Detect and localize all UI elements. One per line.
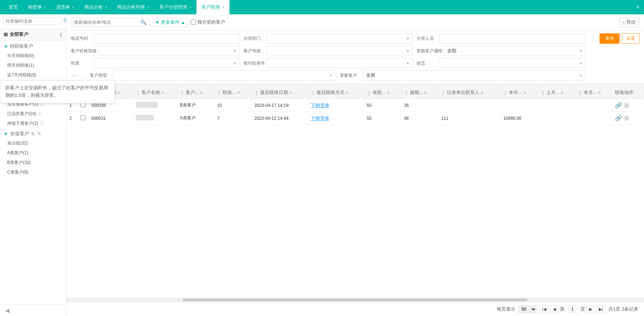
main-search-wrap: 🔍 (71, 18, 150, 27)
filter-phone-input[interactable] (94, 34, 240, 44)
th-this-year[interactable]: ⋮ 本年... ⇅ (500, 86, 538, 99)
value-customers-group[interactable]: ▼ 价值客户 ↻ ✎ (0, 128, 66, 138)
filter-more-icon[interactable]: ··· (71, 72, 79, 79)
last-method-link-2[interactable]: 下销货单 (311, 115, 329, 121)
filter-customer-level-select[interactable]: ▼ (267, 46, 413, 56)
edit-icon[interactable]: ✎ (37, 131, 41, 137)
price-level-arrow: ▼ (233, 49, 237, 53)
last-method-link-1[interactable]: 下销货单 (311, 103, 329, 108)
nav-purchase[interactable]: 进货单 × (51, 0, 79, 14)
value-group-tri: ▼ (4, 131, 8, 137)
filter-retail-customer-select[interactable]: 全部 ▼ (363, 70, 586, 80)
filter-nature: 性质 ▼ (71, 58, 240, 68)
sidebar-bottom-nav: ◀ (0, 305, 66, 316)
td-uncontact-2: 55 (363, 112, 401, 125)
td-code-2: 000031 (88, 112, 133, 125)
sort-icon-type: ⋮ (180, 90, 185, 95)
action-grid-icon-1[interactable]: ⊞ (624, 102, 629, 109)
filter-price-level-select[interactable]: ▼ (98, 46, 240, 56)
sidebar-collapse-icon[interactable]: ❮ (59, 32, 62, 37)
nav-product-list[interactable]: 商品分析列表 × (112, 0, 154, 14)
scrollbar-thumb[interactable] (183, 298, 528, 301)
sort-icon-thismonth: ⋮ (578, 90, 583, 95)
sidebar-left-arrow[interactable]: ◀ (4, 307, 11, 314)
th-name[interactable]: ⋮ 客户名称 ⇅ (133, 86, 177, 99)
th-overdue[interactable]: ⋮ 逾期... ⇅ (401, 86, 438, 99)
sidebar-item-c-class[interactable]: C类客户(6) (0, 168, 66, 177)
refresh-icon[interactable]: ↻ (31, 131, 35, 137)
data-table: ⚙ ⋮ 客户编码 ⇅ (66, 86, 644, 125)
nav-product-list-close[interactable]: × (147, 5, 149, 9)
th-last-date[interactable]: ⋮ 最后联络日期 ⇅ (251, 86, 307, 99)
query-button[interactable]: 查询 (599, 33, 620, 44)
nav-customer-tier[interactable]: 客户分层经营 × (154, 0, 196, 14)
horizontal-scrollbar[interactable] (66, 298, 644, 302)
filter-person-select[interactable]: ··· (440, 34, 586, 44)
my-customers-checkbox[interactable] (191, 20, 196, 25)
th-this-month[interactable]: ⋮ 本月... ⇅ (575, 86, 612, 99)
close-all-button[interactable]: × (636, 4, 640, 11)
all-customers-header[interactable]: ⊞ 全部客户 ❮ (0, 28, 66, 41)
sidebar-item-7days[interactable]: 近7天待联络(0) (0, 70, 66, 80)
pagination-bar: 每页显示 50 20 100 |◀ ◀ 第 页 ▶ ▶| 共1页 2条记录 (66, 302, 644, 316)
nav-home[interactable]: 首页 (4, 0, 23, 14)
filter-retail-attr-select[interactable]: 全部 ▼ (444, 46, 586, 56)
sidebar-item-churned[interactable]: 已流失客户(24) ⓘ (0, 109, 66, 119)
next-page-btn[interactable]: ▶ (587, 306, 595, 313)
nav-sales[interactable]: 销货单 × (23, 0, 51, 14)
main-search-input[interactable] (74, 20, 140, 25)
nav-customer-tier-close[interactable]: × (189, 5, 191, 9)
th-contact2[interactable]: ⋮ 往来单位联系人 ⇅ (438, 86, 500, 99)
nav-product-analysis[interactable]: 商品分析 × (79, 0, 112, 14)
td-thisyear-2: 10995.00 (500, 112, 538, 125)
sidebar-search-icon[interactable]: 🔍 (63, 18, 66, 24)
filter-payment-select[interactable]: ▼ (267, 58, 413, 68)
first-page-btn[interactable]: |◀ (539, 306, 549, 313)
more-filters-btn[interactable]: ▼ 更多条件 ▲ (153, 18, 188, 27)
nav-purchase-close[interactable]: × (72, 5, 74, 9)
action-link-icon-2[interactable]: 🔗 (615, 115, 622, 122)
nav-sales-close[interactable]: × (44, 5, 46, 9)
th-uncontact[interactable]: ⋮ 未联... ⇅ (363, 86, 401, 99)
page-input[interactable] (566, 306, 579, 313)
th-last-method[interactable]: ⋮ 最后联络方式 ⇅ (307, 86, 363, 99)
row-checkbox-2[interactable] (80, 115, 85, 120)
th-actions: 联络动作 (612, 86, 644, 99)
nav-product-analysis-close[interactable]: × (105, 5, 107, 9)
nav-customer-contact-close[interactable]: × (222, 5, 224, 9)
td-thisyear-1 (500, 99, 538, 112)
settings-button[interactable]: 设置 (622, 33, 640, 44)
nav-customer-contact[interactable]: 客户联络 × (196, 0, 229, 14)
my-customers-checkbox-label[interactable]: 我分管的客户 (191, 19, 225, 25)
action-grid-icon-2[interactable]: ⊞ (624, 115, 629, 122)
td-lastmonth-1 (538, 99, 575, 112)
pending-contact-group[interactable]: ▼ 待联络客户 (0, 41, 66, 51)
sidebar-item-tomorrow[interactable]: 明天待联络(1) (0, 61, 66, 70)
filter-retail-attr: 零散客户属性 全部 ▼ (417, 46, 586, 56)
sidebar-item-a-class[interactable]: A类客户(1) (0, 148, 66, 158)
td-thismonth-1 (575, 99, 612, 112)
sidebar-item-ungrouped[interactable]: 未分组(32) (0, 138, 66, 148)
prev-page-btn[interactable]: ◀ (550, 306, 559, 313)
th-contact-count[interactable]: ⋮ 联络... ⇅ (214, 86, 251, 99)
sidebar-item-today[interactable]: 今天待联络(0) (0, 51, 66, 61)
sidebar-search-input[interactable] (3, 17, 62, 25)
filter-dept-select[interactable]: ▼ (267, 34, 413, 44)
last-page-btn[interactable]: ▶| (596, 306, 606, 313)
filter-status-select[interactable]: ▼ (440, 58, 586, 68)
filter-customer-type-select[interactable]: ▼ (113, 70, 336, 80)
per-page-select[interactable]: 50 20 100 (518, 305, 537, 313)
sort-arrow-type: ⇅ (200, 91, 203, 95)
th-last-month[interactable]: ⋮ 上月... ⇅ (538, 86, 575, 99)
sort-arrow-overdue: ⇅ (424, 91, 427, 95)
sidebar-item-b-class[interactable]: B类客户(33) (0, 158, 66, 168)
filter-nature-select[interactable]: ▼ (94, 58, 240, 68)
main-search-icon[interactable]: 🔍 (140, 19, 147, 25)
sidebar-item-declining[interactable]: 持续下滑客户(2) ⓘ (0, 119, 66, 128)
th-type[interactable]: ⋮ 客户... ⇅ (177, 86, 214, 99)
total-label: 共1页 2条记录 (608, 306, 638, 312)
action-link-icon-1[interactable]: 🔗 (615, 102, 622, 109)
per-page-label: 每页显示 (497, 306, 515, 312)
export-button[interactable]: ↑ 导出 (619, 17, 640, 27)
filter-price-level: 客户价格等级 ▼ (71, 46, 240, 56)
